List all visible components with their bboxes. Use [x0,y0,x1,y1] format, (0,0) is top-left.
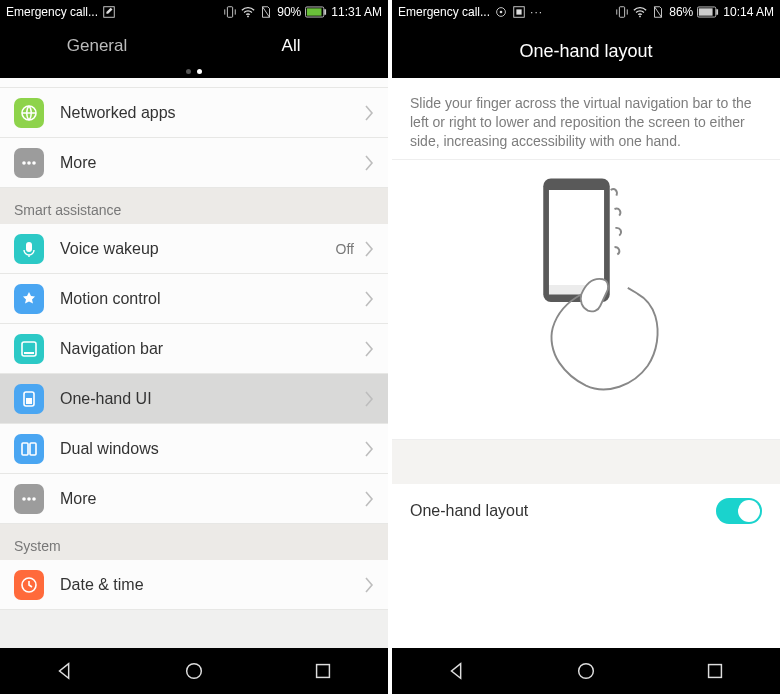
compose-icon [102,5,116,19]
section-smart-assistance: Smart assistance [0,188,388,224]
home-button[interactable] [183,660,205,682]
svg-rect-20 [325,9,327,15]
more-icon [14,484,44,514]
mic-icon [14,234,44,264]
onehand-icon [14,384,44,414]
recent-button[interactable] [312,660,334,682]
back-button[interactable] [54,660,76,682]
more-icon [14,148,44,178]
settings-list[interactable]: Manage apps Networked apps More Smart as… [0,78,388,648]
chevron-right-icon [364,291,374,307]
nav-bar [392,648,780,694]
battery-icon [697,6,719,18]
settings-row-dual-windows[interactable]: Dual windows [0,424,388,474]
settings-row-manage-apps[interactable]: Manage apps [0,78,388,88]
wifi-icon [241,5,255,19]
one-hand-layout-row: One-hand layout [392,484,780,538]
back-button[interactable] [446,660,468,682]
dual-icon [14,434,44,464]
page-indicator [0,69,388,74]
svg-rect-28 [620,7,625,18]
more-dots: ··· [530,5,543,19]
status-time: 11:31 AM [331,5,382,19]
row-label: More [60,154,364,172]
svg-rect-23 [317,665,330,678]
svg-rect-27 [516,9,521,14]
battery-pct: 90% [277,5,301,19]
svg-point-18 [247,16,249,18]
row-label: Dual windows [60,440,364,458]
chevron-right-icon [364,155,374,171]
phone-right: Emergency call... ··· 86% 10:14 AM One-h… [392,0,780,694]
section-system: System [0,524,388,560]
row-label: Motion control [60,290,364,308]
chevron-right-icon [364,241,374,257]
settings-row-more[interactable]: More [0,474,388,524]
settings-row-one-hand-ui[interactable]: One-hand UI [0,374,388,424]
settings-row-motion-control[interactable]: Motion control [0,274,388,324]
phone-left: Emergency call... 90% 11:31 AM General A… [0,0,388,694]
chevron-right-icon [364,105,374,121]
tabs-header: General All [0,24,388,78]
chevron-right-icon [364,441,374,457]
row-value: Off [336,241,354,257]
svg-rect-32 [699,8,713,15]
settings-row-date-time[interactable]: Date & time [0,560,388,610]
svg-rect-31 [717,9,719,15]
chevron-right-icon [364,491,374,507]
sim-icon [259,5,273,19]
svg-point-29 [639,16,641,18]
row-label: One-hand UI [60,390,364,408]
vibrate-icon [615,5,629,19]
status-bar: Emergency call... 90% 11:31 AM [0,0,388,24]
screenshot-icon [512,5,526,19]
status-title: Emergency call... [398,5,490,19]
settings-row-voice-wakeup[interactable]: Voice wakeup Off [0,224,388,274]
wifi-icon [633,5,647,19]
nav-bar [0,648,388,694]
location-icon [494,5,508,19]
svg-point-22 [187,664,202,679]
svg-point-25 [500,11,503,14]
svg-rect-37 [709,665,722,678]
battery-pct: 86% [669,5,693,19]
settings-row-networked-apps[interactable]: Networked apps [0,88,388,138]
battery-icon [305,6,327,18]
row-label: Voice wakeup [60,240,336,258]
net-icon [14,98,44,128]
row-label: More [60,490,364,508]
sim-icon [651,5,665,19]
vibrate-icon [223,5,237,19]
recent-button[interactable] [704,660,726,682]
svg-rect-34 [549,190,604,285]
svg-point-36 [579,664,594,679]
svg-rect-21 [307,8,322,15]
motion-icon [14,284,44,314]
status-time: 10:14 AM [723,5,774,19]
settings-row-navigation-bar[interactable]: Navigation bar [0,324,388,374]
one-hand-layout-toggle[interactable] [716,498,762,524]
spacer [392,440,780,484]
illustration [392,160,780,440]
row-label: Navigation bar [60,340,364,358]
chevron-right-icon [364,577,374,593]
home-button[interactable] [575,660,597,682]
toggle-label: One-hand layout [410,502,716,520]
svg-rect-17 [228,7,233,18]
feature-description: Slide your finger across the virtual nav… [392,78,780,160]
clock-icon [14,570,44,600]
row-label: Date & time [60,576,364,594]
status-bar: Emergency call... ··· 86% 10:14 AM [392,0,780,24]
chevron-right-icon [364,341,374,357]
settings-row-more[interactable]: More [0,138,388,188]
row-label: Networked apps [60,104,364,122]
nav-icon [14,334,44,364]
chevron-right-icon [364,391,374,407]
status-title: Emergency call... [6,5,98,19]
page-title: One-hand layout [392,24,780,78]
